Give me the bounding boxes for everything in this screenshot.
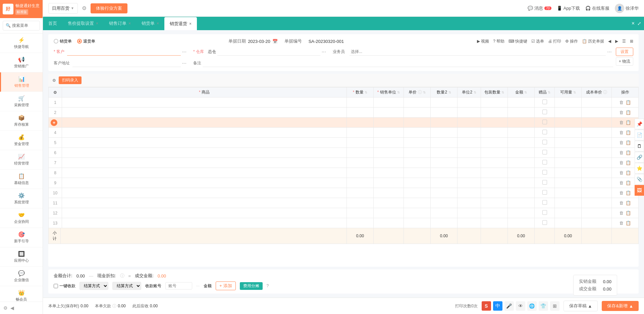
topbar-gear-icon[interactable]: ⚙ [80, 4, 88, 13]
select-action[interactable]: ☑ 选单 [531, 39, 544, 44]
sidebar-item-guide[interactable]: 🎯 新手引导 [0, 228, 43, 247]
unit2-cell-11[interactable] [458, 198, 481, 208]
unit2-cell-7[interactable] [458, 158, 481, 168]
qty-cell-10[interactable] [347, 188, 374, 198]
qty2-cell-11[interactable] [431, 198, 458, 208]
unit2-cell-2[interactable] [458, 108, 481, 118]
available-cell-3[interactable] [555, 118, 582, 128]
unit-cell-4[interactable] [374, 128, 404, 138]
salesperson-dots-icon[interactable]: ··· [606, 49, 613, 55]
panel-icon-3[interactable]: 🗒 [635, 141, 644, 151]
copy-icon-10[interactable]: 📋 [626, 190, 631, 195]
available-cell-12[interactable] [555, 208, 582, 218]
pack-cell-5[interactable] [481, 138, 508, 148]
delete-icon-6[interactable]: 🗑 [619, 150, 624, 155]
copy-icon-5[interactable]: 📋 [626, 140, 631, 145]
available-cell-11[interactable] [555, 198, 582, 208]
gift-checkbox-2[interactable] [542, 110, 547, 114]
cost-cell-9[interactable] [582, 178, 612, 188]
address-dots-icon[interactable]: ··· [181, 60, 188, 66]
amount-cell-9[interactable] [508, 178, 535, 188]
amount-cell-7[interactable] [508, 158, 535, 168]
tool-eye-icon[interactable]: 👁 [516, 301, 525, 311]
col-unit-sort-icon[interactable]: ⇅ [397, 90, 400, 94]
nav-prev-icon[interactable]: ◀ [608, 39, 611, 44]
amount-cell-5[interactable] [508, 138, 535, 148]
tab-return[interactable]: 销货退货 × [164, 17, 197, 30]
price-cell-4[interactable] [404, 128, 431, 138]
product-cell-10[interactable] [62, 188, 347, 198]
gift-cell-13[interactable] [535, 218, 555, 228]
unit2-cell-8[interactable] [458, 168, 481, 178]
qty-cell-7[interactable] [347, 158, 374, 168]
unit2-cell-9[interactable] [458, 178, 481, 188]
qty2-cell-8[interactable] [431, 168, 458, 178]
product-cell-6[interactable] [62, 148, 347, 158]
sidebar-item-inventory[interactable]: 📦 库存核算 [0, 111, 43, 131]
sidebar-item-sales[interactable]: 📊 销售管理 [0, 72, 43, 92]
save-new-button[interactable]: 保存&新增 ▲ [602, 301, 639, 311]
qty2-cell-6[interactable] [431, 148, 458, 158]
cost-cell-3[interactable] [582, 118, 612, 128]
cost-cell-11[interactable] [582, 198, 612, 208]
tool-shirt-icon[interactable]: 👕 [539, 301, 548, 311]
logistics-button[interactable]: + 物流 [616, 57, 633, 66]
qty2-cell-10[interactable] [431, 188, 458, 198]
customer-input[interactable] [67, 48, 181, 56]
sidebar-item-marketing[interactable]: 📢 营销推广 [0, 53, 43, 72]
qty-cell-9[interactable] [347, 178, 374, 188]
unit-cell-11[interactable] [374, 198, 404, 208]
copy-icon-6[interactable]: 📋 [626, 150, 631, 155]
delete-icon-11[interactable]: 🗑 [619, 200, 624, 205]
help-action[interactable]: ? 帮助 [493, 39, 504, 44]
unit-cell-6[interactable] [374, 148, 404, 158]
customer-dots-icon[interactable]: ··· [181, 49, 188, 55]
account-dots-icon[interactable]: ··· [196, 284, 200, 288]
cost-cell-4[interactable] [582, 128, 612, 138]
remark-input[interactable] [203, 59, 613, 67]
pack-cell-11[interactable] [481, 198, 508, 208]
unit2-cell-12[interactable] [458, 208, 481, 218]
amount-cell-10[interactable] [508, 188, 535, 198]
panel-icon-2[interactable]: 📄 [635, 130, 644, 140]
gift-cell-4[interactable] [535, 128, 555, 138]
gift-checkbox-3[interactable] [542, 120, 547, 124]
qty-cell-13[interactable] [347, 218, 374, 228]
gift-checkbox-6[interactable] [542, 150, 547, 154]
one-click-collect[interactable]: 一键收款 [54, 283, 75, 289]
qty2-cell-12[interactable] [431, 208, 458, 218]
tool-s-icon[interactable]: S [482, 301, 491, 311]
cost-cell-8[interactable] [582, 168, 612, 178]
delete-icon-10[interactable]: 🗑 [619, 190, 624, 195]
gift-cell-8[interactable] [535, 168, 555, 178]
product-cell-5[interactable] [62, 138, 347, 148]
online-service-item[interactable]: 🎧 在线客服 [585, 5, 609, 11]
delete-icon-1[interactable]: 🗑 [619, 100, 624, 105]
sidebar-item-purchase[interactable]: 🛒 采购管理 [0, 92, 43, 111]
unit2-cell-13[interactable] [458, 218, 481, 228]
unit-cell-9[interactable] [374, 178, 404, 188]
price-cell-6[interactable] [404, 148, 431, 158]
cost-cell-12[interactable] [582, 208, 612, 218]
print-action[interactable]: 🖨 打印 [548, 39, 561, 44]
delete-icon-13[interactable]: 🗑 [619, 221, 624, 226]
grid-view-icon[interactable]: ⊞ [630, 39, 633, 44]
settings-button[interactable]: 设置 [616, 48, 633, 56]
sidebar-search[interactable]: 🔍 搜索菜单 [0, 18, 43, 34]
qty-cell-12[interactable] [347, 208, 374, 218]
copy-icon-3[interactable]: 📋 [626, 120, 631, 125]
sidebar-item-wechat[interactable]: 💬 企业微信 [0, 267, 43, 286]
qty-cell-6[interactable] [347, 148, 374, 158]
unit-cell-12[interactable] [374, 208, 404, 218]
gift-cell-6[interactable] [535, 148, 555, 158]
tool-translate-icon[interactable]: 🌐 [527, 301, 537, 311]
available-cell-10[interactable] [555, 188, 582, 198]
cost-cell-6[interactable] [582, 148, 612, 158]
tab-delivery-close-icon[interactable]: × [157, 21, 159, 26]
delete-icon-2[interactable]: 🗑 [619, 110, 624, 115]
copy-icon-7[interactable]: 📋 [626, 160, 631, 165]
copy-icon-2[interactable]: 📋 [626, 110, 631, 115]
radio-return[interactable]: 退货单 [77, 39, 95, 44]
product-cell-11[interactable] [62, 198, 347, 208]
settlement-select[interactable]: 结算方式 [79, 282, 108, 290]
